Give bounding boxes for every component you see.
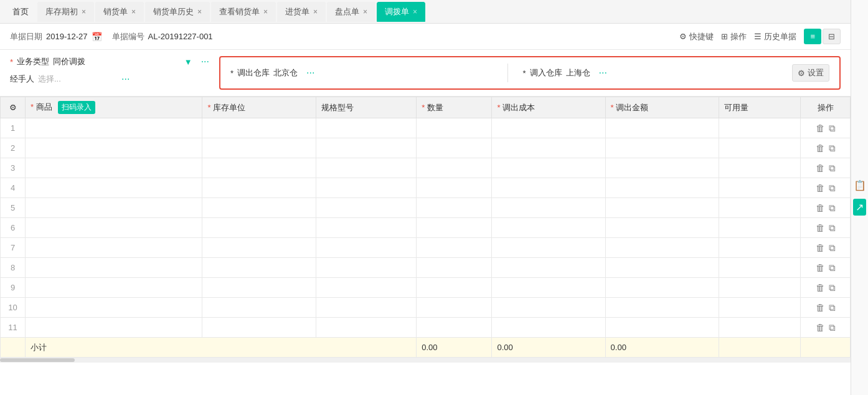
amount-6[interactable] <box>605 218 719 238</box>
in-warehouse-more-icon[interactable]: ··· <box>599 67 607 79</box>
horizontal-scrollbar[interactable] <box>0 358 851 363</box>
copy-row-9-icon[interactable]: ⧉ <box>829 282 836 293</box>
avail-2[interactable] <box>719 138 800 158</box>
copy-row-7-icon[interactable]: ⧉ <box>829 242 836 254</box>
amount-8[interactable] <box>605 258 719 278</box>
copy-row-1-icon[interactable]: ⧉ <box>829 123 836 134</box>
cost-6[interactable] <box>492 218 605 238</box>
close-tab-inventory-check[interactable]: × <box>363 7 367 16</box>
out-warehouse-value[interactable]: 北京仓 <box>273 67 298 79</box>
scan-input-btn[interactable]: 扫码录入 <box>58 101 95 114</box>
avail-7[interactable] <box>719 238 800 258</box>
avail-5[interactable] <box>719 198 800 218</box>
qty-4[interactable] <box>417 178 492 198</box>
product-8[interactable] <box>26 258 202 278</box>
shortcut-btn[interactable]: ⚙ 快捷键 <box>679 31 714 42</box>
spec-4[interactable] <box>316 178 417 198</box>
avail-1[interactable] <box>719 118 800 138</box>
product-3[interactable] <box>26 158 202 178</box>
delete-row-1-icon[interactable]: 🗑 <box>816 123 825 134</box>
copy-row-2-icon[interactable]: ⧉ <box>829 143 836 154</box>
cost-2[interactable] <box>492 138 605 158</box>
amount-9[interactable] <box>605 278 719 298</box>
copy-row-8-icon[interactable]: ⧉ <box>829 262 836 274</box>
cost-7[interactable] <box>492 238 605 258</box>
cost-10[interactable] <box>492 298 605 318</box>
qty-2[interactable] <box>417 138 492 158</box>
copy-row-6-icon[interactable]: ⧉ <box>829 222 836 234</box>
amount-2[interactable] <box>605 138 719 158</box>
product-4[interactable] <box>26 178 202 198</box>
tab-home[interactable]: 首页 <box>5 2 36 22</box>
delete-row-7-icon[interactable]: 🗑 <box>816 242 825 254</box>
calendar-icon[interactable]: 📅 <box>92 32 102 42</box>
copy-row-4-icon[interactable]: ⧉ <box>829 183 836 194</box>
unit-3[interactable] <box>202 158 316 178</box>
product-2[interactable] <box>26 138 202 158</box>
delete-row-10-icon[interactable]: 🗑 <box>816 302 825 313</box>
cost-11[interactable] <box>492 318 605 338</box>
delete-row-3-icon[interactable]: 🗑 <box>816 163 825 174</box>
amount-3[interactable] <box>605 158 719 178</box>
qty-8[interactable] <box>417 258 492 278</box>
grid-view-btn[interactable]: ⊟ <box>823 29 841 44</box>
spec-7[interactable] <box>316 238 417 258</box>
amount-5[interactable] <box>605 198 719 218</box>
unit-7[interactable] <box>202 238 316 258</box>
product-1[interactable] <box>26 118 202 138</box>
business-type-more-icon[interactable]: ··· <box>201 56 209 67</box>
tab-inventory-check[interactable]: 盘点单 × <box>327 2 375 22</box>
tab-purchase-order[interactable]: 进货单 × <box>277 2 326 22</box>
avail-6[interactable] <box>719 218 800 238</box>
delete-row-5-icon[interactable]: 🗑 <box>816 202 825 214</box>
amount-4[interactable] <box>605 178 719 198</box>
avail-4[interactable] <box>719 178 800 198</box>
sidebar-external-icon[interactable]: ↗ <box>853 199 866 216</box>
unit-11[interactable] <box>202 318 316 338</box>
unit-8[interactable] <box>202 258 316 278</box>
spec-6[interactable] <box>316 218 417 238</box>
business-type-dropdown-icon[interactable]: ▼ <box>184 57 192 67</box>
spec-10[interactable] <box>316 298 417 318</box>
th-gear[interactable]: ⚙ <box>1 97 26 118</box>
spec-2[interactable] <box>316 138 417 158</box>
unit-10[interactable] <box>202 298 316 318</box>
qty-6[interactable] <box>417 218 492 238</box>
sidebar-doc-icon[interactable]: 📋 <box>854 179 866 191</box>
qty-11[interactable] <box>417 318 492 338</box>
cost-9[interactable] <box>492 278 605 298</box>
avail-11[interactable] <box>719 318 800 338</box>
history-btn[interactable]: ☰ 历史单据 <box>754 31 796 42</box>
out-warehouse-more-icon[interactable]: ··· <box>306 67 314 79</box>
cost-5[interactable] <box>492 198 605 218</box>
scrollbar-thumb[interactable] <box>0 358 75 362</box>
delete-row-8-icon[interactable]: 🗑 <box>816 262 825 274</box>
delete-row-11-icon[interactable]: 🗑 <box>816 322 825 333</box>
list-view-btn[interactable]: ≡ <box>804 29 821 44</box>
delete-row-6-icon[interactable]: 🗑 <box>816 222 825 234</box>
close-tab-sales-order[interactable]: × <box>131 7 136 16</box>
qty-1[interactable] <box>417 118 492 138</box>
avail-10[interactable] <box>719 298 800 318</box>
avail-9[interactable] <box>719 278 800 298</box>
delete-row-2-icon[interactable]: 🗑 <box>816 143 825 154</box>
product-11[interactable] <box>26 318 202 338</box>
cost-4[interactable] <box>492 178 605 198</box>
handler-more-icon[interactable]: ··· <box>121 74 130 85</box>
settings-btn[interactable]: ⚙ 设置 <box>792 64 829 82</box>
delete-row-4-icon[interactable]: 🗑 <box>816 183 825 194</box>
spec-11[interactable] <box>316 318 417 338</box>
delete-row-9-icon[interactable]: 🗑 <box>816 282 825 293</box>
amount-10[interactable] <box>605 298 719 318</box>
unit-1[interactable] <box>202 118 316 138</box>
unit-9[interactable] <box>202 278 316 298</box>
close-tab-transfer-order[interactable]: × <box>413 7 417 16</box>
product-6[interactable] <box>26 218 202 238</box>
qty-3[interactable] <box>417 158 492 178</box>
copy-row-10-icon[interactable]: ⧉ <box>829 302 836 313</box>
business-type-value[interactable]: 同价调拨 <box>53 56 128 67</box>
tab-sales-history[interactable]: 销货单历史 × <box>145 2 210 22</box>
product-7[interactable] <box>26 238 202 258</box>
tab-sales-order[interactable]: 销货单 × <box>95 2 144 22</box>
cost-8[interactable] <box>492 258 605 278</box>
